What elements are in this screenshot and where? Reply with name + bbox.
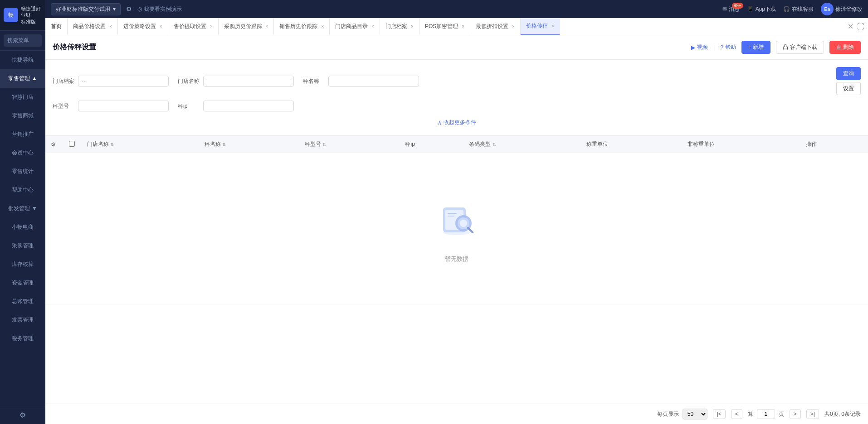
tab-price-settings[interactable]: 商品价格设置 × bbox=[68, 18, 118, 35]
collapse-up-icon: ∧ bbox=[438, 120, 442, 126]
empty-state: 暂无数据 bbox=[51, 158, 863, 299]
tab-sale-pickup-close[interactable]: × bbox=[210, 24, 213, 29]
sidebar-item-purchase[interactable]: 采购管理 bbox=[0, 236, 45, 255]
sidebar-item-inventory[interactable]: 库存核算 bbox=[0, 255, 45, 274]
sidebar-item-ecommerce[interactable]: 小畅电商 bbox=[0, 218, 45, 236]
svg-point-5 bbox=[460, 220, 467, 227]
scale-ip-input[interactable] bbox=[203, 101, 294, 111]
tab-home[interactable]: 首页 bbox=[45, 18, 68, 35]
store-name-field: 门店名称 bbox=[178, 76, 294, 87]
page-number-info: 算 页 bbox=[748, 409, 784, 419]
tab-sale-history[interactable]: 销售历史价跟踪 × bbox=[274, 18, 330, 35]
th-settings[interactable]: ⚙ bbox=[45, 136, 63, 153]
last-page-btn[interactable]: >| bbox=[806, 409, 819, 419]
export-button[interactable]: 凸 客户端下载 bbox=[776, 41, 824, 54]
message-btn[interactable]: ✉ 消息 99+ bbox=[722, 5, 740, 13]
collapse-button[interactable]: ∧ 收起更多条件 bbox=[438, 119, 476, 126]
marketing-label: 营销推广 bbox=[12, 130, 34, 138]
add-button[interactable]: + 新增 bbox=[741, 41, 770, 54]
tab-pos-management-close[interactable]: × bbox=[462, 24, 464, 29]
tab-sale-history-close[interactable]: × bbox=[321, 24, 324, 29]
sidebar-item-invoice[interactable]: 发票管理 bbox=[0, 311, 45, 329]
maximize-icon[interactable]: ⛶ bbox=[857, 23, 864, 31]
page-size-select[interactable]: 102050100 bbox=[683, 409, 707, 419]
tab-sale-pickup-label: 售价提取设置 bbox=[174, 23, 206, 30]
sidebar-item-finance[interactable]: 资金管理 bbox=[0, 274, 45, 292]
page-input[interactable] bbox=[757, 409, 775, 419]
video-link[interactable]: ▶ 视频 bbox=[691, 43, 708, 51]
tab-home-label: 首页 bbox=[51, 23, 62, 30]
sort-scale-model-icon[interactable]: ⇅ bbox=[322, 142, 326, 147]
sort-store-name-icon[interactable]: ⇅ bbox=[110, 142, 114, 147]
sidebar-item-general-ledger[interactable]: 总账管理 bbox=[0, 292, 45, 311]
sort-barcode-type-icon[interactable]: ⇅ bbox=[493, 142, 496, 147]
tab-price-scale[interactable]: 价格传秤 × bbox=[521, 18, 560, 35]
user-menu[interactable]: Ea 徐泽华修改 bbox=[821, 3, 863, 15]
tab-store-profile[interactable]: 门店档案 × bbox=[380, 18, 419, 35]
table-footer: 每页显示 102050100 |< < 算 页 > >| 共0页, 0条记录 bbox=[45, 404, 868, 424]
th-scale-model: 秤型号 ⇅ bbox=[299, 136, 400, 153]
tabbar-controls: ✕ ⛶ bbox=[844, 22, 868, 31]
settings-icon[interactable]: ⚙ bbox=[20, 411, 26, 419]
sidebar-item-marketing[interactable]: 营销推广 bbox=[0, 125, 45, 144]
th-weight-unit: 称重单位 bbox=[581, 136, 682, 153]
mobile-icon: 📱 bbox=[747, 6, 754, 12]
invoice-label: 发票管理 bbox=[12, 316, 34, 324]
delete-button[interactable]: 直 删除 bbox=[829, 41, 861, 54]
tab-price-scale-close[interactable]: × bbox=[551, 24, 554, 29]
tab-store-profile-close[interactable]: × bbox=[411, 24, 414, 29]
sort-scale-name-icon[interactable]: ⇅ bbox=[222, 142, 226, 147]
setup-button[interactable]: 设置 bbox=[836, 82, 861, 95]
main-area: 好业财标准版交付试用 ▾ ⚙ ◎ 我要看实例演示 ✉ 消息 99+ 📱 App下… bbox=[45, 0, 868, 424]
pagination-info: 每页显示 102050100 bbox=[657, 409, 707, 419]
demo-btn[interactable]: ◎ 我要看实例演示 bbox=[137, 5, 182, 13]
tab-sale-pickup[interactable]: 售价提取设置 × bbox=[168, 18, 219, 35]
tab-pos-management[interactable]: POS加密管理 × bbox=[419, 18, 470, 35]
tab-store-catalog[interactable]: 门店商品目录 × bbox=[330, 18, 380, 35]
member-label: 会员中心 bbox=[12, 149, 34, 157]
next-page-btn[interactable]: > bbox=[790, 409, 801, 419]
tab-min-discount-label: 最低折扣设置 bbox=[476, 23, 508, 30]
version-selector[interactable]: 好业财标准版交付试用 ▾ bbox=[51, 3, 121, 15]
empty-text: 暂无数据 bbox=[445, 255, 468, 263]
sidebar-item-help[interactable]: 帮助中心 bbox=[0, 181, 45, 199]
tab-purchase-strategy-close[interactable]: × bbox=[160, 24, 162, 29]
prev-page-btn[interactable]: < bbox=[731, 409, 742, 419]
tab-purchase-history-close[interactable]: × bbox=[266, 24, 268, 29]
sidebar-item-wholesale[interactable]: 批发管理 ▼ bbox=[0, 199, 45, 218]
help-link[interactable]: ? 帮助 bbox=[720, 43, 736, 51]
online-service-btn[interactable]: 🎧 在线客服 bbox=[783, 5, 814, 13]
search-button[interactable]: 查询 bbox=[836, 67, 861, 80]
online-store-label: 零售商城 bbox=[12, 112, 34, 120]
store-profile-selector[interactable]: ··· bbox=[78, 76, 169, 87]
sidebar-quick-nav[interactable]: 快捷导航 bbox=[0, 51, 45, 69]
tab-price-settings-close[interactable]: × bbox=[109, 24, 112, 29]
select-all-checkbox[interactable] bbox=[69, 141, 75, 147]
sidebar-item-member[interactable]: 会员中心 bbox=[0, 144, 45, 162]
sidebar-item-smart-store[interactable]: 智慧门店 bbox=[0, 88, 45, 106]
collapse-label: 收起更多条件 bbox=[444, 119, 476, 126]
tab-purchase-history[interactable]: 采购历史价跟踪 × bbox=[219, 18, 274, 35]
tab-store-catalog-close[interactable]: × bbox=[371, 24, 374, 29]
search-menu-button[interactable]: 搜索菜单 bbox=[4, 34, 42, 47]
tab-purchase-strategy[interactable]: 进价策略设置 × bbox=[118, 18, 168, 35]
data-table: ⚙ 门店名称 ⇅ 秤名称 ⇅ bbox=[45, 136, 868, 304]
first-page-btn[interactable]: |< bbox=[713, 409, 726, 419]
sidebar-item-retail[interactable]: 零售管理 ▲ bbox=[0, 69, 45, 88]
sidebar-item-retail-stats[interactable]: 零售统计 bbox=[0, 162, 45, 181]
app-download-btn[interactable]: 📱 App下载 bbox=[747, 5, 776, 13]
store-name-input[interactable] bbox=[203, 76, 294, 87]
sidebar-item-tax[interactable]: 税务管理 bbox=[0, 329, 45, 348]
sidebar-item-online-store[interactable]: 零售商城 bbox=[0, 106, 45, 125]
form-row-2: 秤型号 秤ip bbox=[53, 101, 861, 111]
topbar-right: ✉ 消息 99+ 📱 App下载 🎧 在线客服 Ea 徐泽华修改 bbox=[722, 3, 863, 15]
tab-min-discount-close[interactable]: × bbox=[512, 24, 515, 29]
scale-name-input[interactable] bbox=[328, 76, 419, 87]
close-tab-icon[interactable]: ✕ bbox=[848, 22, 853, 31]
scale-model-input[interactable] bbox=[78, 101, 169, 111]
store-profile-field: 门店档案 ··· bbox=[53, 76, 169, 87]
topbar-settings-icon[interactable]: ⚙ bbox=[126, 5, 132, 13]
th-checkbox[interactable] bbox=[63, 136, 82, 153]
tab-min-discount[interactable]: 最低折扣设置 × bbox=[470, 18, 521, 35]
ecommerce-label: 小畅电商 bbox=[12, 223, 34, 231]
